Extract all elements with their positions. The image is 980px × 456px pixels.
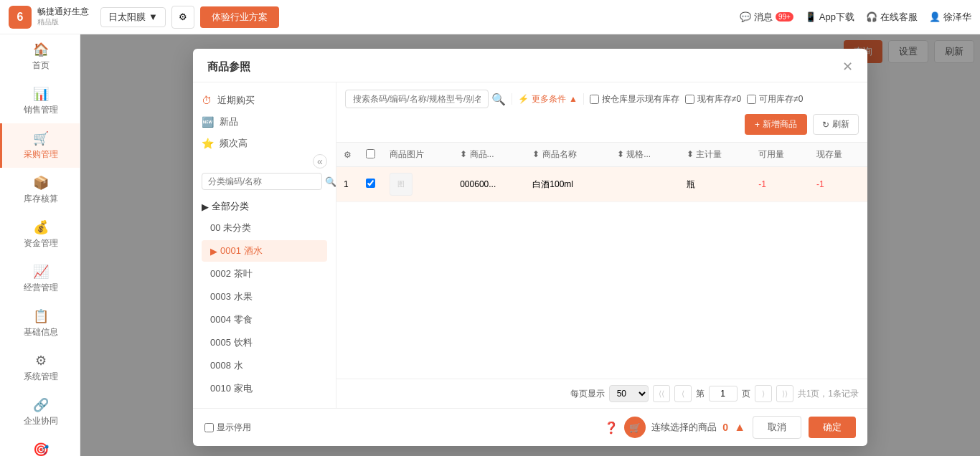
- last-page-button[interactable]: ⟩⟩: [776, 385, 793, 402]
- sidebar-item-basics[interactable]: 📋 基础信息: [0, 301, 80, 346]
- by-warehouse-checkbox[interactable]: [590, 95, 599, 104]
- all-categories-header[interactable]: ▶ 全部分类: [202, 196, 327, 217]
- chevron-down-icon: ▼: [149, 11, 158, 22]
- per-page-select[interactable]: 50 10 20 100: [609, 385, 649, 402]
- refresh-button[interactable]: ↻ 刷新: [813, 114, 859, 135]
- filter-chevron-up-icon: ▲: [569, 94, 578, 104]
- left-panel: ⏱ 近期购买 🆕 新品 ⭐ 频次高 «: [193, 82, 336, 408]
- recent-icon: ⏱: [202, 95, 212, 106]
- col-code[interactable]: ⬍ 商品...: [453, 143, 525, 167]
- nav-selector[interactable]: 日太阳膜 ▼: [100, 7, 166, 27]
- pagination: 每页显示 50 10 20 100 ⟨⟨ ⟨ 第 页: [336, 379, 867, 408]
- nav-right: 💬 消息 99+ 📱 App下载 🎧 在线客服 👤 徐泽华: [740, 11, 971, 24]
- filter-icon: ⚡: [518, 94, 529, 104]
- help-icon[interactable]: ❓: [604, 421, 618, 434]
- row-select-checkbox[interactable]: [366, 179, 375, 188]
- refresh-icon: ↻: [822, 120, 829, 130]
- app-download-button[interactable]: 📱 App下载: [805, 11, 854, 24]
- left-high-frequency[interactable]: ⭐ 频次高: [193, 133, 336, 154]
- finance-icon: 💰: [33, 219, 49, 235]
- username-label: 徐泽华: [943, 11, 971, 24]
- modal-close-button[interactable]: ✕: [842, 59, 853, 75]
- page-number-input[interactable]: [709, 386, 738, 402]
- category-item-0008[interactable]: 0008 水: [202, 355, 327, 376]
- show-disabled-checkbox[interactable]: [204, 423, 214, 432]
- category-item-0004[interactable]: 0004 零食: [202, 309, 327, 331]
- collapse-panel-button[interactable]: «: [313, 154, 327, 168]
- settings-button[interactable]: ⚙: [171, 6, 194, 29]
- modal-overlay: 商品参照 ✕ ⏱ 近期购买 🆕 新品: [80, 34, 980, 456]
- col-spec[interactable]: ⬍ 规格...: [610, 143, 679, 167]
- category-item-0002[interactable]: 0002 茶叶: [202, 263, 327, 285]
- basics-icon: 📋: [33, 308, 49, 324]
- prev-page-button[interactable]: ⟨: [674, 385, 692, 402]
- first-page-button[interactable]: ⟨⟨: [653, 385, 670, 402]
- show-disabled-label[interactable]: 显示停用: [204, 422, 251, 434]
- product-reference-modal: 商品参照 ✕ ⏱ 近期购买 🆕 新品: [193, 49, 867, 446]
- row-num: 1: [336, 167, 359, 202]
- category-search-input[interactable]: [202, 173, 322, 190]
- sidebar-system-label: 系统管理: [24, 371, 58, 383]
- cart-text-label: 连续选择的商品: [651, 421, 717, 434]
- category-item-0001[interactable]: ▶ 0001 酒水: [202, 240, 327, 262]
- sidebar-item-purchase[interactable]: 🛒 采购管理: [0, 123, 80, 168]
- check-available-nonzero[interactable]: 可用库存≠0: [747, 93, 803, 105]
- guide-icon: 🎯: [33, 442, 49, 456]
- confirm-button[interactable]: 确定: [809, 417, 856, 438]
- next-page-button[interactable]: ⟩: [755, 385, 772, 402]
- col-unit-sort-icon: ⬍: [687, 149, 694, 159]
- sidebar-item-inventory[interactable]: 📦 库存核算: [0, 168, 80, 212]
- category-item-0003[interactable]: 0003 水果: [202, 286, 327, 308]
- new-items-label: 新品: [220, 115, 238, 128]
- sidebar-item-home[interactable]: 🏠 首页: [0, 34, 80, 79]
- online-service-label: 在线客服: [880, 11, 918, 24]
- col-name-label: 商品名称: [542, 149, 577, 159]
- col-config[interactable]: ⚙: [336, 143, 359, 167]
- cart-button[interactable]: 🛒: [624, 417, 646, 438]
- col-unit[interactable]: ⬍ 主计量: [679, 143, 751, 167]
- new-icon: 🆕: [202, 116, 214, 128]
- page-prefix-label: 第: [696, 388, 705, 400]
- col-checkbox[interactable]: [359, 143, 382, 167]
- check-stock-nonzero[interactable]: 现有库存≠0: [685, 93, 741, 105]
- category-item-00[interactable]: 00 未分类: [202, 217, 327, 239]
- logo-sub: 精品版: [37, 17, 89, 27]
- user-profile[interactable]: 👤 徐泽华: [929, 11, 971, 24]
- collapse-cart-button[interactable]: ▲: [734, 421, 745, 434]
- check-by-warehouse[interactable]: 按仓库显示现有库存: [590, 93, 679, 105]
- table-container: ⚙ 商品图片 ⬍ 商品...: [336, 143, 867, 379]
- sidebar-item-enterprise[interactable]: 🔗 企业协同: [0, 390, 80, 434]
- category-item-0005[interactable]: 0005 饮料: [202, 332, 327, 353]
- cancel-button[interactable]: 取消: [753, 416, 801, 439]
- messages-button[interactable]: 💬 消息 99+: [740, 11, 793, 24]
- row-checkbox[interactable]: [359, 167, 382, 202]
- select-all-checkbox[interactable]: [366, 149, 375, 158]
- modal-footer: 显示停用 ❓ 🛒 连续选择的商品 0 ▲ 取消 确定: [193, 408, 867, 446]
- high-frequency-label: 频次高: [220, 137, 248, 150]
- left-new-items[interactable]: 🆕 新品: [193, 111, 336, 133]
- stock-nonzero-checkbox[interactable]: [685, 95, 694, 104]
- modal-body: ⏱ 近期购买 🆕 新品 ⭐ 频次高 «: [193, 82, 867, 408]
- sidebar-item-operations[interactable]: 📈 经营管理: [0, 257, 80, 301]
- col-name[interactable]: ⬍ 商品名称: [525, 143, 609, 167]
- product-image-placeholder: 图: [390, 173, 413, 196]
- category-item-0010[interactable]: 0010 家电: [202, 378, 327, 399]
- left-recent-purchase[interactable]: ⏱ 近期购买: [193, 90, 336, 111]
- sidebar-item-finance[interactable]: 💰 资金管理: [0, 212, 80, 257]
- sidebar-item-guide[interactable]: 🎯 新手引导: [0, 434, 80, 456]
- sidebar-item-system[interactable]: ⚙ 系统管理: [0, 346, 80, 390]
- sidebar-item-sales[interactable]: 📊 销售管理: [0, 79, 80, 123]
- operations-icon: 📈: [33, 264, 49, 280]
- home-icon: 🏠: [33, 42, 49, 57]
- category-search-icon[interactable]: 🔍: [325, 176, 336, 187]
- product-search-input[interactable]: [345, 90, 489, 108]
- col-available: 可用量: [751, 143, 809, 167]
- available-nonzero-checkbox[interactable]: [747, 95, 756, 104]
- trial-button[interactable]: 体验行业方案: [200, 6, 279, 28]
- product-search-button[interactable]: 🔍: [491, 92, 506, 106]
- online-service-button[interactable]: 🎧 在线客服: [866, 11, 918, 24]
- add-product-button[interactable]: + 新增商品: [745, 114, 807, 135]
- more-filters-button[interactable]: ⚡ 更多条件 ▲: [518, 93, 578, 105]
- table-row[interactable]: 1 图 000600... 白酒100ml 瓶: [336, 167, 867, 202]
- enterprise-icon: 🔗: [33, 397, 49, 413]
